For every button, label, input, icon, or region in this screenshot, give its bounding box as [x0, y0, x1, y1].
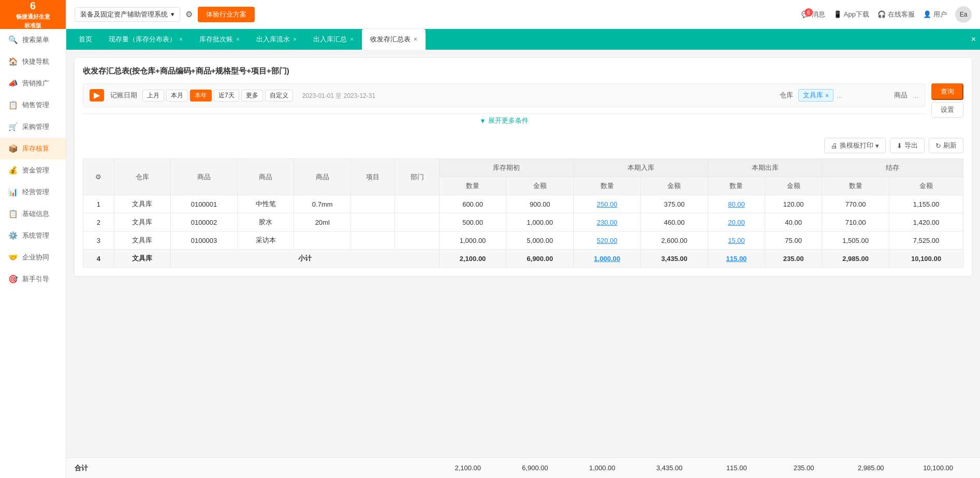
row-out-amt-2: 75.00 [765, 231, 822, 250]
tab-home[interactable]: 首页 [70, 29, 100, 50]
row-warehouse-1: 文具库 [114, 213, 170, 231]
footer-out-amt: 235.00 [770, 464, 838, 472]
sidebar-item-enterprise[interactable]: 🤝企业协同 [0, 247, 66, 268]
table-row: 2 文具库 0100002 胶水 20ml 500.00 1,000.00 23… [83, 213, 963, 231]
footer-bar: 合计 2,100.00 6,900.00 1,000.00 3,435.00 1… [66, 457, 980, 478]
sidebar-item-search-menu[interactable]: 🔍搜索菜单 [0, 29, 66, 51]
app-download-item[interactable]: 📱 App下载 [833, 10, 869, 19]
query-btn[interactable]: 查询 [931, 83, 963, 100]
date-btn-本月[interactable]: 本月 [166, 90, 188, 102]
tab-close-batch-account[interactable]: × [236, 36, 240, 43]
sidebar-icon-search-menu: 🔍 [8, 35, 18, 45]
tab-label-stock-distribution: 现存量（库存分布表） [109, 35, 176, 44]
th-out-amt: 金额 [765, 177, 822, 195]
export-btn[interactable]: ⬇ 导出 [890, 138, 925, 153]
refresh-btn[interactable]: ↻ 刷新 [929, 138, 963, 153]
online-service-item[interactable]: 🎧 在线客服 [877, 10, 915, 19]
th-settings[interactable]: ⚙ [83, 159, 114, 195]
experience-btn[interactable]: 体验行业方案 [198, 7, 255, 22]
notification-label: 消息 [812, 10, 825, 19]
footer-col-spacer3 [233, 464, 300, 472]
sidebar-item-marketing[interactable]: 📣营销推广 [0, 73, 66, 94]
subtotal-open-amt: 6,900.00 [506, 250, 574, 268]
sidebar-label-finance: 资金管理 [22, 166, 49, 175]
row-out-qty-1[interactable]: 20.00 [708, 213, 765, 231]
content-card: 收发存汇总表(按仓库+商品编码+商品+规格型号+项目+部门) ▶ 记账日期 上月… [75, 58, 972, 276]
tab-stock-distribution[interactable]: 现存量（库存分布表）× [100, 29, 191, 50]
tab-recv-send-summary[interactable]: 收发存汇总表× [362, 29, 426, 50]
date-btn-更多[interactable]: 更多 [241, 90, 263, 102]
date-btn-自定义[interactable]: 自定义 [265, 90, 293, 102]
sidebar-label-quick-nav: 快捷导航 [22, 57, 49, 66]
settings-btn[interactable]: 设置 [931, 102, 963, 118]
date-btn-本年[interactable]: 本年 [190, 90, 212, 102]
date-btn-近7天[interactable]: 近7天 [214, 90, 239, 102]
tab-in-out-summary[interactable]: 出入库汇总× [305, 29, 362, 50]
tab-label-home: 首页 [79, 35, 92, 44]
row-bal-amt-1: 1,420.00 [889, 213, 963, 231]
footer-in-qty: 1,000.00 [568, 464, 636, 472]
warehouse-more-icon[interactable]: ... [837, 92, 842, 99]
print-dropdown-icon: ▾ [875, 142, 879, 150]
sidebar-item-purchase[interactable]: 🛒采购管理 [0, 116, 66, 138]
row-seq-0: 1 [83, 195, 114, 213]
warehouse-tag-0[interactable]: 文具库 × [798, 89, 834, 102]
settings-gear-icon[interactable]: ⚙ [185, 9, 193, 19]
footer-col-spacer4 [300, 464, 367, 472]
sidebar-item-quick-nav[interactable]: 🏠快捷导航 [0, 51, 66, 73]
filter-bar-container: ▶ 记账日期 上月本月本年近7天更多自定义 2023-01-01 至 2023-… [83, 83, 925, 133]
print-template-btn[interactable]: 🖨 换模板打印 ▾ [824, 138, 886, 153]
sidebar-item-newbie[interactable]: 🎯新手引导 [0, 268, 66, 290]
goods-more-icon[interactable]: ... [913, 92, 918, 99]
warehouse-tag-close-icon[interactable]: × [825, 92, 829, 99]
sidebar-icon-sales: 📋 [8, 100, 18, 110]
tab-close-in-out-summary[interactable]: × [350, 36, 354, 43]
close-all-tabs-icon[interactable]: × [971, 35, 976, 44]
row-open-amt-2: 5,000.00 [506, 231, 574, 250]
tab-close-stock-distribution[interactable]: × [179, 36, 183, 43]
footer-out-qty: 115.00 [703, 464, 770, 472]
row-bal-qty-2: 1,505.00 [822, 231, 889, 250]
notification-badge: 6 [805, 8, 813, 17]
user-icon: 👤 [923, 10, 931, 18]
tab-in-out-flow[interactable]: 出入库流水× [248, 29, 305, 50]
filter-expand-btn[interactable]: ▶ [90, 89, 104, 102]
date-filter-label: 记账日期 [110, 91, 137, 100]
date-range-text: 2023-01-01 至 2023-12-31 [302, 92, 375, 100]
sidebar-item-finance[interactable]: 💰资金管理 [0, 160, 66, 181]
expand-conditions-btn[interactable]: ▼ 展开更多条件 [83, 113, 925, 127]
system-title-dropdown[interactable]: 装备及固定资产辅助管理系统 ▾ [75, 7, 180, 22]
sidebar-icon-system: ⚙️ [8, 231, 18, 240]
sidebar-item-system[interactable]: ⚙️系统管理 [0, 225, 66, 247]
sidebar-item-inventory[interactable]: 📦库存核算 [0, 138, 66, 160]
tab-close-recv-send-summary[interactable]: × [414, 36, 417, 43]
sidebar-label-system: 系统管理 [22, 231, 49, 240]
notification-item[interactable]: 💬 6 消息 [801, 10, 825, 19]
row-open-qty-1: 500.00 [439, 213, 506, 231]
row-open-qty-0: 600.00 [439, 195, 506, 213]
filter-section: 记账日期 上月本月本年近7天更多自定义 2023-01-01 至 2023-12… [110, 89, 918, 102]
row-in-qty-2[interactable]: 520.00 [574, 231, 641, 250]
row-goods-code-0: 0100001 [170, 195, 238, 213]
row-in-qty-0[interactable]: 250.00 [574, 195, 641, 213]
row-goods-name-0: 中性笔 [238, 195, 294, 213]
th-current-in: 本期入库 [574, 159, 708, 177]
row-out-qty-2[interactable]: 15.00 [708, 231, 765, 250]
print-template-label: 换模板打印 [840, 141, 873, 150]
tab-close-in-out-flow[interactable]: × [293, 36, 297, 43]
table-settings-icon[interactable]: ⚙ [95, 173, 101, 181]
row-goods-spec-0: 0.7mm [294, 195, 351, 213]
date-btn-上月[interactable]: 上月 [142, 90, 164, 102]
user-item[interactable]: 👤 用户 [923, 10, 947, 19]
sidebar-item-sales[interactable]: 📋销售管理 [0, 94, 66, 116]
sidebar-item-operations[interactable]: 📊经营管理 [0, 181, 66, 203]
subtotal-out-qty[interactable]: 115.00 [708, 250, 765, 268]
row-out-qty-0[interactable]: 80.00 [708, 195, 765, 213]
sidebar-item-basic-info[interactable]: 📋基础信息 [0, 203, 66, 225]
logo-sub: 标准版 [24, 22, 41, 30]
subtotal-in-qty[interactable]: 1,000.00 [574, 250, 641, 268]
row-in-qty-1[interactable]: 230.00 [574, 213, 641, 231]
subtotal-open-qty: 2,100.00 [439, 250, 506, 268]
row-goods-name-1: 胶水 [238, 213, 294, 231]
tab-batch-account[interactable]: 库存批次账× [191, 29, 248, 50]
